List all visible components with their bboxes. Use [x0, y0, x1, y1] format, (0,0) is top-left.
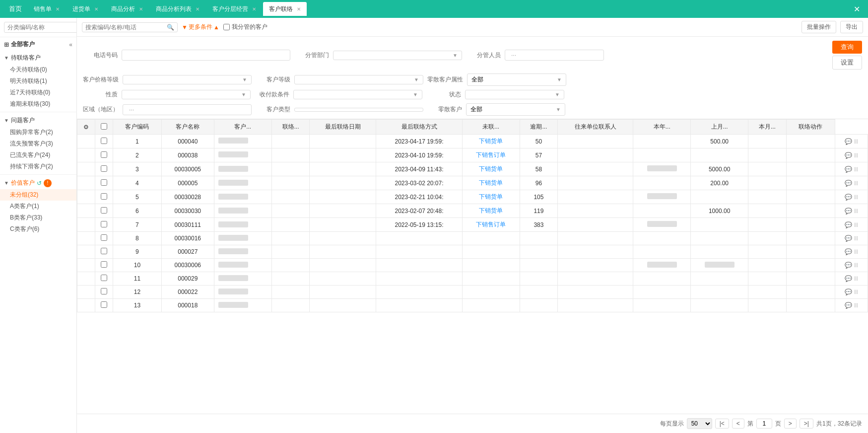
tab-analysis-list[interactable]: 商品分析列表 ✕ [150, 2, 205, 16]
payment-select[interactable]: ▼ [293, 90, 422, 99]
tab-analysis[interactable]: 商品分析 ✕ [105, 2, 149, 16]
sidebar-item-abnormal[interactable]: 囤购异常客户(2) [0, 127, 76, 138]
dots-icon[interactable]: ⁞⁞ [854, 235, 858, 242]
method-link[interactable]: 下销售订单 [476, 221, 506, 228]
batch-op-button[interactable]: 批量操作 [801, 21, 836, 33]
call-icon[interactable]: 💬 [845, 194, 852, 201]
close-sales-tab[interactable]: ✕ [56, 6, 60, 12]
row-checkbox-cell[interactable] [95, 232, 113, 245]
sidebar-item-c-class[interactable]: C类客户(6) [0, 223, 76, 235]
action-cell[interactable]: 💬⁞⁞ [835, 148, 868, 162]
method-link[interactable]: 下销货单 [479, 179, 503, 186]
dots-icon[interactable]: ⁞⁞ [854, 302, 858, 309]
action-cell[interactable]: 💬⁞⁞ [835, 162, 868, 176]
prev-page-btn[interactable]: < [732, 419, 744, 429]
sidebar-value-group[interactable]: ▼ 价值客户 ↺ ! [0, 177, 76, 189]
call-icon[interactable]: 💬 [845, 275, 852, 282]
row-checkbox-cell[interactable] [95, 259, 113, 272]
first-page-btn[interactable]: |< [715, 419, 729, 429]
phone-input[interactable] [122, 50, 290, 61]
sidebar-item-ungroup[interactable]: 未分组(32) [0, 189, 76, 201]
home-tab[interactable]: 首页 [4, 4, 27, 13]
row-checkbox-cell[interactable] [95, 286, 113, 299]
action-cell[interactable]: 💬⁞⁞ [835, 232, 868, 245]
row-checkbox[interactable] [101, 193, 107, 200]
dots-icon[interactable]: ⁞⁞ [854, 180, 858, 187]
row-checkbox-cell[interactable] [95, 162, 113, 176]
row-checkbox-cell[interactable] [95, 299, 113, 312]
close-purchase-tab[interactable]: ✕ [94, 6, 98, 12]
dots-icon[interactable]: ⁞⁞ [854, 262, 858, 269]
action-cell[interactable]: 💬⁞⁞ [835, 176, 868, 190]
tab-customer-contact[interactable]: 客户联络 ✕ [263, 2, 307, 16]
export-button[interactable]: 导出 [840, 21, 863, 33]
my-customers-checkbox[interactable] [223, 24, 230, 30]
row-checkbox-cell[interactable] [95, 245, 113, 259]
method-link[interactable]: 下销售订单 [476, 151, 506, 158]
action-cell[interactable]: 💬⁞⁞ [835, 299, 868, 312]
row-checkbox-cell[interactable] [95, 190, 113, 204]
call-icon[interactable]: 💬 [845, 289, 852, 295]
person-dots[interactable]: ··· [509, 52, 518, 59]
select-all-checkbox[interactable] [101, 123, 107, 130]
dots-icon[interactable]: ⁞⁞ [854, 289, 858, 295]
dots-icon[interactable]: ⁞⁞ [854, 166, 858, 173]
method-link[interactable]: 下销货单 [479, 193, 503, 200]
row-checkbox[interactable] [101, 234, 107, 241]
sidebar-all-customers[interactable]: ⊞ 全部客户 « [0, 37, 76, 52]
dots-icon[interactable]: ⁞⁞ [854, 194, 858, 201]
tab-customer-ops[interactable]: 客户分层经营 ✕ [206, 2, 262, 16]
page-size-select[interactable]: 50 100 200 [687, 418, 712, 429]
retail-customer-select[interactable]: 全部 ▼ [466, 103, 565, 116]
refresh-icon[interactable]: ↺ [37, 180, 42, 187]
row-checkbox[interactable] [101, 261, 107, 268]
method-link[interactable]: 下销货单 [479, 165, 503, 172]
call-icon[interactable]: 💬 [845, 138, 852, 145]
close-analysis-tab[interactable]: ✕ [139, 6, 143, 12]
action-cell[interactable]: 💬⁞⁞ [835, 204, 868, 218]
dots-icon[interactable]: ⁞⁞ [854, 208, 858, 215]
row-checkbox-cell[interactable] [95, 135, 113, 148]
person-select[interactable]: ··· [505, 50, 604, 61]
next-page-btn[interactable]: > [784, 419, 797, 429]
sidebar-item-tomorrow[interactable]: 明天待联络(1) [0, 75, 76, 87]
sidebar-item-declining[interactable]: 持续下滑客户(2) [0, 161, 76, 172]
method-link[interactable]: 下销货单 [479, 138, 503, 144]
toolbar-search-icon[interactable]: 🔍 [167, 24, 174, 31]
price-level-select[interactable]: ▼ [123, 75, 252, 84]
method-link[interactable]: 下销货单 [479, 207, 503, 214]
sidebar-search-input[interactable] [4, 22, 77, 33]
row-checkbox[interactable] [101, 165, 107, 172]
call-icon[interactable]: 💬 [845, 152, 852, 159]
action-cell[interactable]: 💬⁞⁞ [835, 259, 868, 272]
nature-select[interactable]: ▼ [122, 90, 251, 99]
row-checkbox[interactable] [101, 301, 107, 308]
tab-purchase[interactable]: 进货单 ✕ [67, 2, 104, 16]
action-cell[interactable]: 💬⁞⁞ [835, 245, 868, 259]
sidebar-item-overdue[interactable]: 逾期未联络(30) [0, 98, 76, 110]
row-checkbox-cell[interactable] [95, 176, 113, 190]
close-customer-contact-tab[interactable]: ✕ [297, 6, 301, 12]
dots-icon[interactable]: ⁞⁞ [854, 248, 858, 255]
call-icon[interactable]: 💬 [845, 235, 852, 242]
call-icon[interactable]: 💬 [845, 166, 852, 173]
region-select[interactable]: ··· [123, 104, 252, 115]
row-checkbox[interactable] [101, 221, 107, 227]
call-icon[interactable]: 💬 [845, 180, 852, 187]
status-select[interactable]: ▼ [465, 90, 564, 99]
retail-attr-select[interactable]: 全部 ▼ [467, 73, 566, 86]
action-cell[interactable]: 💬⁞⁞ [835, 135, 868, 148]
sidebar-problem-group[interactable]: ▼ 问题客户 [0, 114, 76, 127]
sidebar-item-7days[interactable]: 近7天待联络(0) [0, 87, 76, 98]
row-checkbox-cell[interactable] [95, 218, 113, 232]
close-customer-ops-tab[interactable]: ✕ [252, 6, 256, 12]
row-checkbox-cell[interactable] [95, 204, 113, 218]
row-checkbox-cell[interactable] [95, 272, 113, 286]
sidebar-item-lost[interactable]: 已流失客户(24) [0, 149, 76, 161]
reset-button[interactable]: 设置 [832, 56, 862, 70]
sidebar-item-today[interactable]: 今天待联络(0) [0, 64, 76, 75]
row-checkbox[interactable] [101, 248, 107, 254]
row-checkbox[interactable] [101, 151, 107, 158]
action-cell[interactable]: 💬⁞⁞ [835, 190, 868, 204]
query-button[interactable]: 查询 [832, 41, 862, 54]
